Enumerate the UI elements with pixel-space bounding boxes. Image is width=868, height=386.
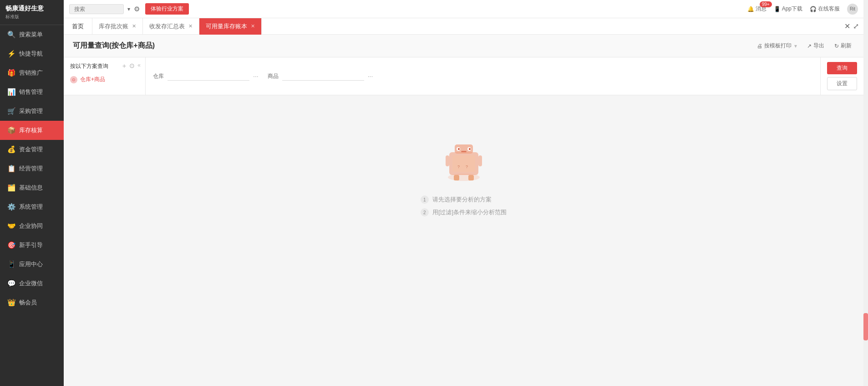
expand-button[interactable]: ⤢ (853, 22, 859, 31)
crown-icon: 👑 (7, 299, 15, 307)
warehouse-more-icon[interactable]: ··· (253, 72, 259, 80)
app-label: App下载 (782, 5, 802, 13)
message-button[interactable]: 🔔 消息 99+ (747, 5, 766, 13)
scheme-header-label: 按以下方案查询 (70, 62, 108, 70)
goods-more-icon[interactable]: ··· (368, 72, 373, 80)
cart-icon: 🛒 (7, 107, 15, 115)
export-icon: ↗ (807, 43, 812, 49)
sidebar-item-operations[interactable]: 📋 经营管理 (0, 159, 64, 178)
gift-icon: 🎁 (7, 69, 15, 77)
header-dropdown-button[interactable]: ▾ (127, 6, 130, 12)
trial-button[interactable]: 体验行业方案 (145, 3, 189, 15)
sidebar-item-wechat[interactable]: 💬 企业微信 (0, 274, 64, 293)
query-button[interactable]: 查询 (827, 62, 857, 74)
goods-field-group: 商品 ··· (268, 72, 373, 81)
scroll-thumb[interactable] (863, 313, 868, 340)
page-header-actions: 🖨 按模板打印 ▾ ↗ 导出 ↻ 刷新 (754, 40, 854, 51)
tab-batch-account[interactable]: 库存批次账 ✕ (92, 18, 143, 35)
svg-rect-8 (461, 151, 467, 152)
goods-input[interactable] (282, 72, 364, 81)
sidebar-item-label: 资金管理 (19, 145, 43, 154)
logo-title: 畅康通好生意 (5, 5, 58, 13)
svg-rect-9 (446, 155, 449, 166)
sidebar-item-label: 快捷导航 (19, 50, 43, 58)
sidebar-item-shortcut[interactable]: ⚡ 快捷导航 (0, 44, 64, 63)
phone-icon: 📱 (7, 260, 15, 268)
tab-batch-account-label: 库存批次账 (99, 22, 128, 31)
sidebar-item-label: 畅会员 (19, 299, 37, 307)
sidebar-logo: 畅康通好生意 标准版 (0, 0, 64, 25)
sidebar-item-label: 应用中心 (19, 260, 43, 268)
money-icon: 💰 (7, 145, 15, 154)
add-scheme-icon[interactable]: ＋ (121, 62, 127, 70)
scheme-header: 按以下方案查询 ＋ ⊙ « (64, 62, 145, 73)
sidebar-item-purchase[interactable]: 🛒 采购管理 (0, 102, 64, 121)
sidebar-item-label: 企业微信 (19, 279, 43, 288)
right-scrollbar[interactable] (863, 0, 868, 386)
app-download-button[interactable]: 📱 App下载 (774, 5, 802, 13)
svg-text:?: ? (457, 165, 460, 169)
header-right: 🔔 消息 99+ 📱 App下载 🎧 在线客服 Rit (747, 4, 858, 15)
scheme-item-label: 仓库+商品 (80, 76, 105, 83)
query-actions: 查询 设置 (820, 57, 863, 95)
sidebar-item-label: 销售管理 (19, 88, 43, 96)
sidebar-item-system[interactable]: ⚙️ 系统管理 (0, 197, 64, 216)
chart-icon: 📊 (7, 88, 15, 96)
folder-icon: 🗂️ (7, 184, 15, 192)
sidebar-item-finance[interactable]: 💰 资金管理 (0, 140, 64, 159)
export-label: 导出 (813, 42, 824, 50)
scheme-item-warehouse-goods[interactable]: ⊙ 仓库+商品 (64, 73, 145, 86)
header-gear-icon[interactable]: ⚙ (134, 5, 140, 13)
print-button[interactable]: 🖨 按模板打印 ▾ (754, 40, 800, 51)
message-badge: 99+ (760, 1, 772, 7)
handshake-icon: 🤝 (7, 222, 15, 230)
tab-home[interactable]: 首页 (64, 18, 92, 35)
user-avatar[interactable]: Rit (847, 4, 858, 15)
tab-close-icon[interactable]: ✕ (188, 23, 193, 29)
sidebar-item-label: 新手引导 (19, 241, 43, 249)
svg-text:?: ? (466, 165, 468, 169)
empty-illustration: ? ? (437, 132, 491, 186)
sidebar-item-search[interactable]: 🔍 搜索菜单 (0, 25, 64, 44)
logo-subtitle: 标准版 (5, 14, 58, 20)
tab-available-qty[interactable]: 可用量库存账本 ✕ (199, 18, 262, 35)
collapse-scheme-icon[interactable]: « (137, 62, 141, 70)
sidebar: 畅康通好生意 标准版 🔍 搜索菜单 ⚡ 快捷导航 🎁 营销推广 📊 销售管理 🛒… (0, 0, 64, 386)
query-panel: 按以下方案查询 ＋ ⊙ « ⊙ 仓库+商品 仓库 ··· (64, 57, 863, 95)
clipboard-icon: 📋 (7, 165, 15, 173)
svg-point-6 (458, 148, 460, 150)
warehouse-input[interactable] (168, 72, 249, 81)
printer-icon: 🖨 (757, 43, 762, 49)
setting-button[interactable]: 设置 (827, 77, 857, 90)
headphone-icon: 🎧 (810, 6, 817, 12)
empty-hints: 1 请先选择要分析的方案 2 用[过滤]条件来缩小分析范围 (421, 196, 507, 216)
sidebar-item-base-info[interactable]: 🗂️ 基础信息 (0, 178, 64, 197)
goods-field-label: 商品 (268, 72, 279, 80)
export-button[interactable]: ↗ 导出 (804, 40, 827, 51)
tabs-bar: 首页 库存批次账 ✕ 收发存汇总表 ✕ 可用量库存账本 ✕ ✕ ⤢ (64, 18, 863, 35)
close-tab-button[interactable]: ✕ (844, 22, 850, 31)
refresh-button[interactable]: ↻ 刷新 (832, 40, 854, 51)
tab-summary[interactable]: 收发存汇总表 ✕ (143, 18, 199, 35)
sidebar-item-inventory[interactable]: 📦 库存核算 (0, 121, 64, 140)
hint-text-1: 请先选择要分析的方案 (432, 196, 492, 204)
settings-scheme-icon[interactable]: ⊙ (129, 62, 135, 70)
tab-summary-label: 收发存汇总表 (149, 22, 185, 31)
sidebar-item-guide[interactable]: 🎯 新手引导 (0, 236, 64, 255)
tab-close-icon[interactable]: ✕ (132, 23, 136, 29)
scheme-dot-icon: ⊙ (70, 76, 77, 83)
sidebar-item-enterprise[interactable]: 🤝 企业协同 (0, 216, 64, 236)
sidebar-item-sales[interactable]: 📊 销售管理 (0, 82, 64, 102)
sidebar-item-marketing[interactable]: 🎁 营销推广 (0, 63, 64, 82)
sidebar-item-label: 搜索菜单 (19, 31, 43, 39)
svg-rect-2 (452, 155, 475, 172)
main-area: ▾ ⚙ 体验行业方案 🔔 消息 99+ 📱 App下载 🎧 在线客服 Rit (64, 0, 863, 386)
tab-close-icon[interactable]: ✕ (251, 23, 255, 29)
service-button[interactable]: 🎧 在线客服 (810, 5, 840, 13)
sidebar-item-member[interactable]: 👑 畅会员 (0, 293, 64, 312)
refresh-label: 刷新 (841, 42, 852, 50)
hint-number-1: 1 (421, 196, 429, 204)
hint-number-2: 2 (421, 208, 429, 216)
sidebar-item-app[interactable]: 📱 应用中心 (0, 255, 64, 274)
header-search-input[interactable] (69, 4, 124, 14)
